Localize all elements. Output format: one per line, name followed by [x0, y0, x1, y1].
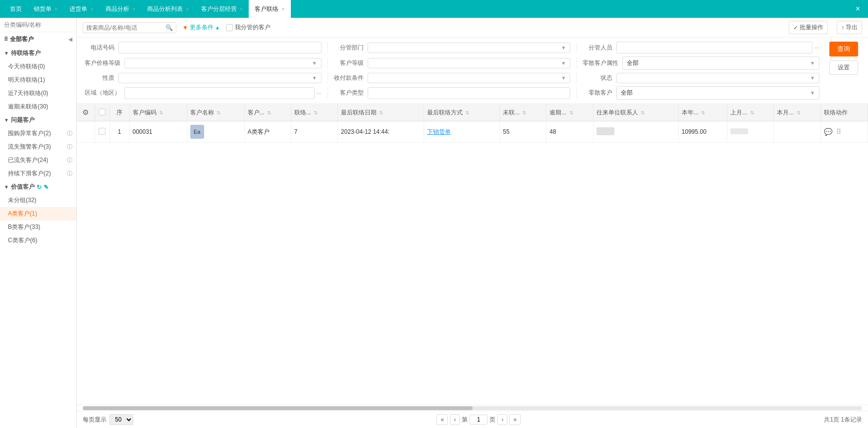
th-last-month: 上月... ⇅ [727, 104, 774, 121]
tab-goods-analysis[interactable]: 商品分析 × [100, 0, 141, 18]
filter-search-icon[interactable]: 🔍 [165, 24, 173, 31]
sort-last-method-icon[interactable]: ⇅ [465, 110, 469, 115]
message-action-icon[interactable]: 💬 [824, 128, 832, 136]
status-select[interactable]: ▼ [616, 73, 819, 83]
gear-icon[interactable]: ⚙ [82, 108, 89, 116]
tab-customer-contact[interactable]: 客户联络 × [249, 0, 290, 18]
filter-search-input[interactable] [86, 24, 165, 31]
phone-input[interactable] [118, 42, 322, 54]
sort-type-icon[interactable]: ⇅ [267, 110, 271, 115]
export-btn[interactable]: ↑ 导出 [837, 21, 862, 34]
page-label: 第 [462, 416, 468, 424]
sidebar-item-continuous-decline[interactable]: 持续下滑客户(2) ⓘ [0, 167, 76, 180]
close-tab-customer-contact[interactable]: × [281, 6, 284, 12]
page-number-input[interactable] [470, 415, 488, 425]
sidebar-item-a-class[interactable]: A类客户(1) [0, 207, 76, 220]
page-size-select[interactable]: 50 [109, 414, 133, 425]
region-dots-btn[interactable]: ··· [317, 90, 322, 97]
prev-page-btn[interactable]: ‹ [450, 414, 460, 425]
close-tab-customer-tier[interactable]: × [240, 6, 243, 12]
filter-bar: 🔍 ▼ 更多条件 ▲ 我分管的客户 ✓ 批量操作 ↑ [77, 18, 868, 38]
tab-sales[interactable]: 销货单 × [28, 0, 63, 18]
sidebar-item-7days-pending[interactable]: 近7天待联络(0) [0, 87, 76, 100]
close-all-button[interactable]: × [852, 4, 864, 13]
pagination: « ‹ 第 页 › » [436, 414, 520, 425]
sort-contact-count-icon[interactable]: ⇅ [314, 110, 318, 115]
sort-this-month-icon[interactable]: ⇅ [797, 110, 801, 115]
contact-person-placeholder [597, 127, 614, 135]
sort-last-month-icon[interactable]: ⇅ [750, 110, 754, 115]
payment-select[interactable]: ▼ [368, 73, 571, 83]
h-scrollbar[interactable] [83, 406, 862, 410]
payment-label: 收付款条件 [334, 74, 364, 82]
close-tab-purchase[interactable]: × [90, 6, 93, 12]
sidebar-item-churn-warning[interactable]: 流失预警客户(3) ⓘ [0, 140, 76, 154]
adv-filter-row-2: 客户价格等级 ▼ 客户等级 ▼ [83, 56, 825, 70]
manager-input[interactable] [616, 42, 813, 54]
edit-icon[interactable]: ✎ [44, 184, 49, 191]
my-customers-checkbox[interactable] [226, 24, 233, 31]
setting-button[interactable]: 设置 [829, 60, 858, 75]
close-tab-sales[interactable]: × [54, 6, 57, 12]
nature-select[interactable]: ▼ [118, 73, 322, 83]
sidebar-all-customers[interactable]: ⠿ 全部客户 ◀ [0, 32, 76, 47]
manager-label: 分管人员 [583, 44, 612, 52]
sidebar-group-problem[interactable]: ▼ 问题客户 [0, 113, 76, 127]
last-page-btn[interactable]: » [509, 414, 521, 425]
sidebar-item-tomorrow-pending[interactable]: 明天待联络(1) [0, 73, 76, 87]
first-page-btn[interactable]: « [436, 414, 448, 425]
sidebar-item-overdue[interactable]: 逾期未联络(30) [0, 100, 76, 113]
close-tab-goods-analysis[interactable]: × [132, 6, 135, 12]
tab-home[interactable]: 首页 [4, 0, 28, 18]
customer-tier-select[interactable]: ▼ [368, 58, 571, 68]
sidebar-item-churned[interactable]: 已流失客户(24) ⓘ [0, 154, 76, 167]
sort-no-contact-icon[interactable]: ⇅ [522, 110, 526, 115]
sidebar-search-input[interactable] [4, 21, 77, 28]
td-last-month [727, 121, 774, 143]
info-icon-1: ⓘ [67, 130, 72, 137]
sidebar-item-unclassified[interactable]: 未分组(32) [0, 194, 76, 207]
payment-arrow-icon: ▼ [561, 75, 566, 81]
tab-customer-tier[interactable]: 客户分层经营 × [195, 0, 249, 18]
dept-arrow-icon: ▼ [561, 45, 566, 51]
sidebar-group-value[interactable]: ▼ 价值客户 ↻ ✎ [0, 180, 76, 194]
retail-customer-select[interactable]: 全部 ▼ [616, 86, 819, 100]
sort-code-icon[interactable]: ⇅ [159, 110, 163, 115]
more-filters-btn[interactable]: ▼ 更多条件 ▲ [182, 23, 220, 32]
select-all-checkbox[interactable] [99, 108, 106, 115]
my-customers-filter[interactable]: 我分管的客户 [226, 23, 271, 32]
bottom-bar: 每页显示 50 « ‹ 第 页 › » 共1页 1条记录 [77, 411, 868, 428]
sort-contact-person-icon[interactable]: ⇅ [641, 110, 645, 115]
retail-attr-arrow-icon: ▼ [810, 60, 815, 66]
refresh-icon[interactable]: ↻ [37, 184, 42, 191]
sort-name-icon[interactable]: ⇅ [217, 110, 220, 115]
price-tier-select[interactable]: ▼ [124, 58, 322, 68]
info-icon-2: ⓘ [67, 143, 72, 151]
more-action-icon[interactable]: ⠿ [836, 128, 841, 136]
price-tier-label: 客户价格等级 [85, 59, 120, 67]
batch-operation-btn[interactable]: ✓ 批量操作 [789, 21, 828, 34]
tab-goods-list[interactable]: 商品分析列表 × [141, 0, 195, 18]
query-button[interactable]: 查询 [829, 42, 858, 56]
next-page-btn[interactable]: › [497, 414, 507, 425]
retail-attr-select[interactable]: 全部 ▼ [622, 56, 819, 70]
sort-last-date-icon[interactable]: ⇅ [379, 110, 383, 115]
customer-type-input[interactable] [368, 87, 571, 99]
region-input[interactable] [124, 87, 315, 99]
manager-dots-btn[interactable]: ··· [814, 44, 819, 51]
close-tab-goods-list[interactable]: × [186, 6, 189, 12]
h-scrollbar-thumb[interactable] [83, 406, 473, 410]
sort-overdue-icon[interactable]: ⇅ [569, 110, 573, 115]
th-last-date: 最后联络日期 ⇅ [338, 104, 424, 121]
sidebar-item-c-class[interactable]: C类客户(6) [0, 234, 76, 247]
row-checkbox[interactable] [99, 128, 106, 135]
nature-arrow-icon: ▼ [312, 75, 317, 81]
sort-this-year-icon[interactable]: ⇅ [701, 110, 705, 115]
sidebar-item-b-class[interactable]: B类客户(33) [0, 220, 76, 234]
last-method-link[interactable]: 下销货单 [427, 128, 451, 135]
dept-select[interactable]: ▼ [368, 43, 571, 53]
sidebar-item-today-pending[interactable]: 今天待联络(0) [0, 60, 76, 73]
sidebar-item-hoard-abnormal[interactable]: 囤购异常客户(2) ⓘ [0, 127, 76, 140]
sidebar-group-pending[interactable]: ▼ 待联络客户 [0, 47, 76, 60]
tab-purchase[interactable]: 进货单 × [63, 0, 99, 18]
